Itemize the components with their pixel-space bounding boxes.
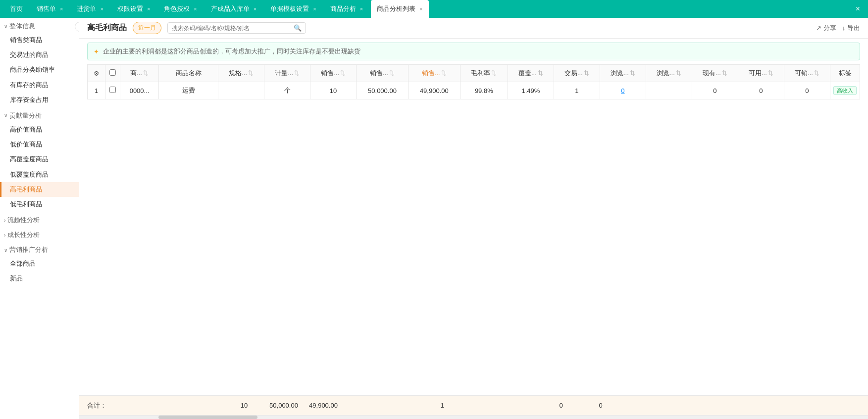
nav-permissions[interactable]: 权限设置 × [111,0,156,18]
scrollbar-thumb[interactable] [158,416,257,419]
top-nav: 首页 销售单 × 进货单 × 权限设置 × 角色授权 × 产成品入库单 × 单据… [0,0,868,18]
sidebar-group-trend[interactable]: › 流趋性分析 [0,212,79,227]
sidebar-item-low-coverage[interactable]: 低覆盖度商品 [0,167,79,182]
td-sellable: 0 [784,82,830,99]
sidebar-item-low-value[interactable]: 低价值商品 [0,137,79,152]
th-sellable[interactable]: 可销...⇅ [784,65,830,82]
nav-home[interactable]: 首页 [4,0,29,18]
nav-purchase-order[interactable]: 进货单 × [71,0,109,18]
footer-sales1: 10 [224,400,264,411]
th-gross-rate[interactable]: 毛利率⇅ [460,65,508,82]
sidebar-item-new-goods[interactable]: 新品 [0,271,79,286]
sidebar: 《 ∨ 整体信息 销售类商品 交易过的商品 商品分类助销率 有库存的商品 库存资… [0,18,79,419]
sidebar-group-contribution[interactable]: ∨ 贡献量分析 [0,107,79,122]
td-available: 0 [738,82,784,99]
nav-close-active-icon[interactable]: × [419,6,422,12]
sidebar-group-marketing[interactable]: ∨ 营销推广分析 [0,241,79,256]
search-box: 🔍 [167,22,306,34]
bottom-scrollbar[interactable] [79,415,868,419]
sidebar-item-all-goods[interactable]: 全部商品 [0,256,79,271]
th-available[interactable]: 可用...⇅ [738,65,784,82]
th-settings[interactable]: ⚙ [88,65,105,82]
nav-close-icon[interactable]: × [147,6,150,12]
sidebar-item-high-margin[interactable]: 高毛利商品 [0,182,79,197]
th-browse2[interactable]: 浏览...⇅ [646,65,692,82]
td-sales1: 10 [310,82,357,99]
nav-close-icon[interactable]: × [60,6,63,12]
nav-product-analysis-list[interactable]: 商品分析列表 × [371,0,428,18]
search-input[interactable] [172,25,291,32]
footer-sales3: 49,900.00 [304,400,343,411]
nav-template-settings[interactable]: 单据模板设置 × [264,0,322,18]
share-button[interactable]: ↗ 分享 [816,24,836,33]
content-header: 高毛利商品 近一月 🔍 ↗ 分享 ↓ 导出 [79,18,868,39]
footer-trades: 1 [422,400,462,411]
th-tag[interactable]: 标签 [830,65,860,82]
footer-cells: 10 50,000.00 49,900.00 1 0 0 [110,400,860,411]
group-label: 成长性分析 [7,231,40,239]
footer-sales2: 50,000.00 [264,400,304,411]
group-label: 流趋性分析 [7,216,40,225]
search-icon[interactable]: 🔍 [294,24,302,32]
nav-close-icon[interactable]: × [360,6,363,12]
td-browse1[interactable]: 0 [600,82,646,99]
nav-product-analysis[interactable]: 商品分析 × [324,0,369,18]
td-checkbox[interactable] [105,82,120,99]
sidebar-group-overall[interactable]: ∨ 整体信息 [0,18,79,33]
nav-label: 权限设置 [117,4,143,13]
nav-label: 单据模板设置 [270,4,309,13]
sidebar-item-high-coverage[interactable]: 高覆盖度商品 [0,152,79,167]
export-button[interactable]: ↓ 导出 [842,24,861,33]
td-num: 1 [88,82,105,99]
td-unit: 个 [264,82,310,99]
filter-recent-month-button[interactable]: 近一月 [133,22,161,34]
th-code[interactable]: 商...⇅ [120,65,159,82]
footer-label: 合计： [87,401,106,410]
export-icon: ↓ [842,24,846,32]
th-current[interactable]: 现有...⇅ [692,65,738,82]
sidebar-item-category-rate[interactable]: 商品分类助销率 [0,62,79,77]
row-checkbox[interactable] [109,87,116,93]
th-spec[interactable]: 规格...⇅ [218,65,264,82]
group-label: 营销推广分析 [9,245,48,254]
td-current: 0 [692,82,738,99]
nav-close-icon[interactable]: × [100,6,103,12]
nav-roles[interactable]: 角色授权 × [158,0,203,18]
th-browse1[interactable]: 浏览...⇅ [600,65,646,82]
sidebar-group-growth[interactable]: › 成长性分析 [0,227,79,241]
share-label: 分享 [823,24,836,33]
table-container: ⚙ 商...⇅ 商品名称 规格...⇅ 计量...⇅ 销售...⇅ 销售...⇅… [79,64,868,395]
nav-close-icon[interactable]: × [194,6,197,12]
th-sales1[interactable]: 销售...⇅ [310,65,357,82]
sidebar-item-stock-capital[interactable]: 库存资金占用 [0,93,79,107]
nav-label: 角色授权 [164,4,190,13]
th-sales2[interactable]: 销售...⇅ [357,65,408,82]
sidebar-item-high-value[interactable]: 高价值商品 [0,122,79,137]
footer-current: 0 [541,400,581,411]
nav-close-icon[interactable]: × [313,6,316,12]
nav-sales-order[interactable]: 销售单 × [31,0,69,18]
th-name[interactable]: 商品名称 [159,65,218,82]
th-sales3[interactable]: 销售...⇅ [408,65,460,82]
table-header-row: ⚙ 商...⇅ 商品名称 规格...⇅ 计量...⇅ 销售...⇅ 销售...⇅… [88,65,860,82]
nav-close-icon[interactable]: × [254,6,256,12]
sidebar-item-stock-goods[interactable]: 有库存的商品 [0,78,79,93]
footer-available: 0 [581,400,620,411]
window-close-button[interactable]: × [852,4,864,13]
th-coverage[interactable]: 覆盖...⇅ [508,65,554,82]
content-area: 高毛利商品 近一月 🔍 ↗ 分享 ↓ 导出 ✦ 企业的主要的利润都是这部分商品创… [79,18,868,419]
header-actions: ↗ 分享 ↓ 导出 [816,24,861,33]
sidebar-item-sales-goods[interactable]: 销售类商品 [0,33,79,47]
nav-label: 商品分析 [330,4,356,13]
sidebar-item-traded-goods[interactable]: 交易过的商品 [0,47,79,62]
th-unit[interactable]: 计量...⇅ [264,65,310,82]
td-code: 0000... [120,82,159,99]
select-all-checkbox[interactable] [109,69,116,76]
table-footer: 合计： 10 50,000.00 49,900.00 1 0 0 [79,395,868,415]
main-layout: 《 ∨ 整体信息 销售类商品 交易过的商品 商品分类助销率 有库存的商品 库存资… [0,18,868,419]
nav-product-inbound[interactable]: 产成品入库单 × [205,0,262,18]
th-trades[interactable]: 交易...⇅ [554,65,600,82]
sidebar-item-low-margin[interactable]: 低毛利商品 [0,197,79,212]
th-checkbox[interactable] [105,65,120,82]
info-icon: ✦ [94,48,99,55]
